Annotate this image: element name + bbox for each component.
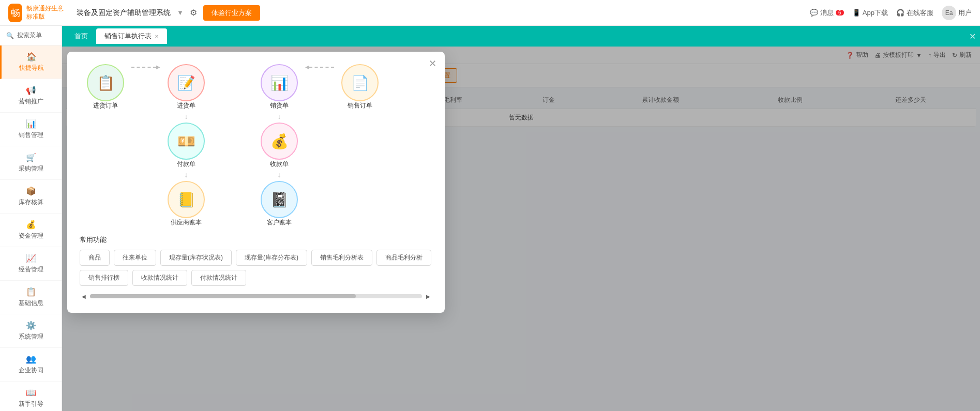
user-label: 用户	[958, 8, 972, 18]
close-all-tabs-icon[interactable]: ✕	[969, 32, 976, 41]
sidebar-item-inventory[interactable]: 📦 库存核算	[0, 180, 62, 214]
message-button[interactable]: 💬 消息 6	[810, 8, 844, 18]
purchase-icon: 🛒	[26, 153, 36, 162]
flow-customer-account-icon[interactable]: 📓	[261, 181, 298, 218]
flow-purchase-slip-label: 进货单	[177, 101, 195, 110]
sidebar-item-marketing[interactable]: 📢 营销推广	[0, 79, 62, 113]
sidebar-label-sales: 销售管理	[19, 131, 43, 140]
download-icon: 📱	[852, 9, 861, 17]
home-icon: 🏠	[26, 52, 37, 62]
sales-icon: 📊	[26, 119, 36, 129]
func-receipt-stats[interactable]: 收款情况统计	[132, 270, 187, 286]
common-functions: 常用功能 商品 往来单位 现存量(库存状况表) 现存量(库存分布表) 销售毛利分…	[80, 235, 432, 286]
flow-sales-order-label: 销售订单	[348, 101, 372, 110]
sidebar-item-purchase[interactable]: 🛒 采购管理	[0, 146, 62, 180]
enterprise-icon: 👥	[26, 354, 36, 364]
flow-customer-account-label: 客户账本	[267, 218, 292, 227]
sidebar-label-guide: 新手引导	[19, 400, 43, 408]
sidebar: 🔍 搜索菜单 🏠 快捷导航 📢 营销推广 📊 销售管理 🛒 采购管理 📦	[0, 26, 62, 411]
func-sales-profit[interactable]: 销售毛利分析表	[311, 250, 372, 266]
func-payment-stats[interactable]: 付款情况统计	[191, 270, 246, 286]
modal-close-button[interactable]: ✕	[429, 58, 436, 69]
sidebar-label-enterprise: 企业协同	[19, 366, 43, 375]
tab-home-label: 首页	[74, 32, 88, 41]
sidebar-label-basic-info: 基础信息	[19, 299, 43, 308]
sidebar-label-system: 系统管理	[19, 332, 43, 341]
sidebar-item-guide[interactable]: 📖 新手引导	[0, 382, 62, 411]
online-service-button[interactable]: 🎧 在线客服	[896, 8, 933, 18]
func-product[interactable]: 商品	[80, 250, 110, 266]
avatar: Ea	[942, 6, 956, 20]
online-service-label: 在线客服	[907, 8, 933, 18]
service-icon: 🎧	[896, 9, 904, 17]
search-menu-button[interactable]: 🔍 搜索菜单	[0, 26, 62, 45]
sidebar-item-finance[interactable]: 💰 资金管理	[0, 214, 62, 247]
dropdown-arrow-icon[interactable]: ▼	[177, 9, 184, 17]
scroll-track[interactable]	[90, 294, 422, 298]
func-grid: 商品 往来单位 现存量(库存状况表) 现存量(库存分布表) 销售毛利分析表 商品…	[80, 250, 432, 286]
app-download-button[interactable]: 📱 App下载	[852, 8, 888, 18]
finance-icon: 💰	[26, 220, 36, 230]
sidebar-item-operation[interactable]: 📈 经营管理	[0, 247, 62, 281]
sidebar-item-quick-nav[interactable]: 🏠 快捷导航	[0, 45, 62, 79]
flow-supplier-account-label: 供应商账本	[171, 218, 202, 227]
func-partner[interactable]: 往来单位	[114, 250, 156, 266]
inventory-icon: 📦	[26, 186, 36, 196]
sidebar-item-enterprise[interactable]: 👥 企业协同	[0, 348, 62, 382]
flow-receipt-icon[interactable]: 💰	[261, 123, 298, 160]
tab-sales-order[interactable]: 销售订单执行表 ✕	[96, 28, 167, 44]
tab-home[interactable]: 首页	[66, 28, 96, 44]
message-label: 消息	[820, 8, 834, 18]
search-icon: 🔍	[6, 32, 14, 39]
scroll-thumb	[90, 294, 356, 298]
sidebar-label-inventory: 库存核算	[19, 198, 43, 207]
user-button[interactable]: Ea 用户	[942, 6, 972, 20]
flow-sales-slip-icon[interactable]: 📊	[261, 64, 298, 101]
common-functions-title: 常用功能	[80, 235, 432, 245]
scroll-left-button[interactable]: ◀	[80, 292, 88, 300]
app-download-label: App下载	[863, 8, 888, 18]
flow-payment-label: 付款单	[177, 160, 195, 169]
flow-payment-icon[interactable]: 💴	[168, 123, 205, 160]
marketing-icon: 📢	[26, 85, 36, 95]
guide-icon: 📖	[26, 388, 36, 398]
flow-sales-slip-label: 销货单	[270, 101, 289, 110]
tab-close-icon[interactable]: ✕	[155, 34, 159, 39]
logo: 畅 畅康通好生意 标准版	[8, 4, 70, 22]
operation-icon: 📈	[26, 253, 36, 263]
flow-supplier-account-icon[interactable]: 📒	[168, 181, 205, 218]
search-menu-label: 搜索菜单	[17, 31, 42, 40]
sidebar-label-operation: 经营管理	[19, 265, 43, 274]
sidebar-label-marketing: 营销推广	[19, 97, 43, 106]
flow-sales-order-icon[interactable]: 📄	[341, 64, 379, 101]
func-stock-status[interactable]: 现存量(库存状况表)	[160, 250, 232, 266]
tab-bar: 首页 销售订单执行表 ✕ ✕	[62, 26, 980, 47]
logo-icon: 畅	[8, 4, 22, 22]
sidebar-label-finance: 资金管理	[19, 232, 43, 240]
func-sales-rank[interactable]: 销售排行榜	[80, 270, 128, 286]
flow-purchase-slip-icon[interactable]: 📝	[168, 64, 205, 101]
basic-info-icon: 📋	[26, 287, 36, 297]
modal-overlay: ✕ 📋 进货订单	[62, 47, 980, 411]
logo-text: 畅康通好生意 标准版	[26, 5, 70, 21]
flow-section: 📋 进货订单 ▶ 📝	[80, 64, 432, 227]
sidebar-item-system[interactable]: ⚙️ 系统管理	[0, 314, 62, 348]
gear-icon[interactable]: ⚙	[190, 8, 197, 18]
tab-sales-order-label: 销售订单执行表	[104, 32, 152, 41]
sidebar-label-purchase: 采购管理	[19, 164, 43, 173]
page-content: ❓ 帮助 🖨 按模板打印 ▼ ↑ 导出 ↻ 刷新	[62, 47, 980, 411]
flow-receipt-label: 收款单	[270, 160, 289, 169]
sidebar-item-basic-info[interactable]: 📋 基础信息	[0, 281, 62, 314]
experience-button[interactable]: 体验行业方案	[203, 5, 260, 21]
message-badge: 6	[836, 10, 844, 16]
modal-box: ✕ 📋 进货订单	[67, 52, 445, 313]
flow-purchase-order-icon[interactable]: 📋	[87, 64, 124, 101]
sidebar-item-sales[interactable]: 📊 销售管理	[0, 113, 62, 146]
system-name: 装备及固定资产辅助管理系统	[77, 8, 171, 18]
flow-purchase-order-label: 进货订单	[93, 101, 118, 110]
func-stock-dist[interactable]: 现存量(库存分布表)	[236, 250, 307, 266]
func-product-profit[interactable]: 商品毛利分析	[376, 250, 431, 266]
scroll-right-button[interactable]: ▶	[424, 292, 432, 300]
modal-scrollbar: ◀ ▶	[80, 292, 432, 300]
message-icon: 💬	[810, 9, 818, 17]
